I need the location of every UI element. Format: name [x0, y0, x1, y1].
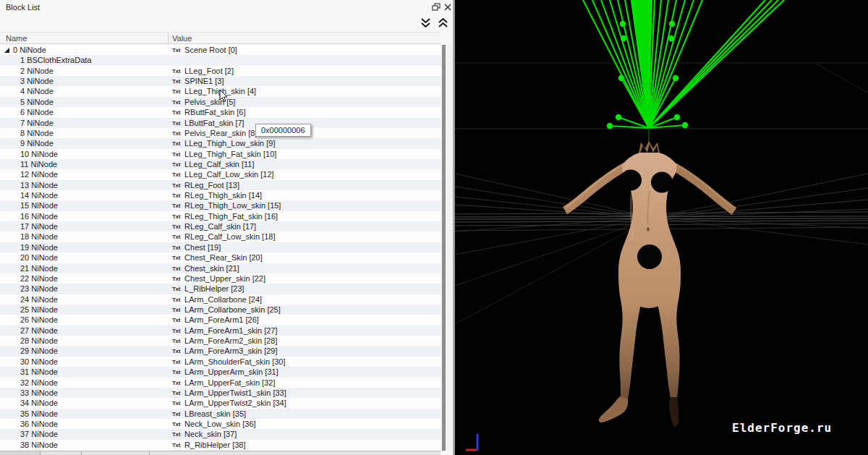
txt-type-icon: Txt — [172, 328, 180, 334]
table-row[interactable]: 15 NiNodeTxtRLeg_Thigh_Low_skin [15] — [0, 200, 441, 211]
block-name: 35 NiNode — [20, 409, 58, 419]
nifskope-window: Block List Name Value 0 NiNodeTxtScene R… — [0, 0, 868, 455]
block-value: TxtLArm_ShoulderFat_skin [30] — [172, 357, 286, 367]
table-row[interactable]: 6 NiNodeTxtRButtFat_skin [6] — [0, 107, 441, 117]
table-row[interactable]: 33 NiNodeTxtLArm_UpperTwist1_skin [33] — [0, 388, 441, 398]
collapse-all-icon[interactable] — [420, 17, 431, 28]
table-row[interactable]: 34 NiNodeTxtLArm_UpperTwist2_skin [34] — [0, 398, 441, 408]
block-name: 1 BSClothExtraData — [20, 55, 91, 65]
table-row[interactable]: 25 NiNodeTxtLArm_Collarbone_skin [25] — [0, 305, 441, 315]
float-panel-icon[interactable] — [431, 3, 441, 12]
block-value: TxtLLeg_Foot [2] — [172, 66, 234, 77]
block-name: 34 NiNode — [20, 398, 58, 408]
table-row[interactable]: 38 NiNodeTxtR_RibHelper [38] — [0, 440, 441, 450]
table-row[interactable]: 11 NiNodeTxtLLeg_Calf_skin [11] — [0, 159, 441, 169]
table-row[interactable]: 9 NiNodeTxtLLeg_Thigh_Low_skin [9] — [0, 138, 441, 148]
close-icon[interactable] — [443, 3, 453, 12]
block-value: TxtChest_Upper_skin [22] — [172, 273, 265, 284]
block-name: 10 NiNode — [20, 149, 58, 159]
txt-type-icon: Txt — [172, 286, 180, 292]
table-row[interactable]: 21 NiNodeTxtChest_skin [21] — [0, 263, 441, 273]
block-name: 19 NiNode — [20, 242, 58, 252]
table-row[interactable]: 36 NiNodeTxtNeck_Low_skin [36] — [0, 419, 441, 429]
table-row[interactable]: 18 NiNodeTxtRLeg_Calf_Low_skin [18] — [0, 231, 441, 242]
lower-panel-header — [0, 451, 441, 455]
block-name: 23 NiNode — [20, 284, 58, 294]
column-header-value[interactable]: Value — [172, 34, 192, 43]
table-row[interactable]: 3 NiNodeTxtSPINE1 [3] — [0, 76, 441, 86]
block-value: TxtLArm_UpperArm_skin [31] — [172, 367, 278, 378]
block-list-rows: 0 NiNodeTxtScene Root [0]1 BSClothExtraD… — [0, 45, 441, 451]
table-row[interactable]: 19 NiNodeTxtChest [19] — [0, 242, 441, 252]
block-value: TxtRLeg_Thigh_Fat_skin [16] — [172, 211, 278, 222]
block-value: TxtLLeg_Calf_skin [11] — [172, 159, 255, 170]
expand-arrow-icon[interactable] — [4, 48, 9, 53]
block-name: 37 NiNode — [20, 429, 58, 439]
txt-type-icon: Txt — [172, 431, 180, 438]
table-row[interactable]: 20 NiNodeTxtChest_Rear_Skin [20] — [0, 252, 441, 263]
table-row[interactable]: 8 NiNodeTxtPelvis_Rear_skin [8] — [0, 128, 441, 138]
table-row[interactable]: 10 NiNodeTxtLLeg_Thigh_Fat_skin [10] — [0, 149, 441, 159]
block-name: 24 NiNode — [20, 294, 58, 305]
pelvis-hole — [637, 244, 662, 269]
table-row[interactable]: 17 NiNodeTxtRLeg_Calf_skin [17] — [0, 221, 441, 231]
block-name: 5 NiNode — [20, 97, 54, 107]
table-row[interactable]: 16 NiNodeTxtRLeg_Thigh_Fat_skin [16] — [0, 211, 441, 221]
expand-all-icon[interactable] — [438, 17, 448, 28]
txt-type-icon: Txt — [172, 421, 180, 428]
block-value: TxtChest_Rear_Skin [20] — [172, 252, 263, 263]
txt-type-icon: Txt — [172, 109, 180, 116]
table-row[interactable]: 31 NiNodeTxtLArm_UpperArm_skin [31] — [0, 367, 441, 377]
txt-type-icon: Txt — [172, 140, 180, 147]
block-name: 33 NiNode — [20, 388, 58, 398]
txt-type-icon: Txt — [172, 390, 180, 396]
table-row[interactable]: 14 NiNodeTxtRLeg_Thigh_skin [14] — [0, 190, 441, 200]
scrollbar[interactable] — [441, 45, 453, 451]
txt-type-icon: Txt — [172, 224, 180, 230]
render-viewport[interactable] — [455, 0, 868, 455]
block-name: 30 NiNode — [20, 357, 58, 367]
block-name: 12 NiNode — [20, 169, 58, 179]
table-row[interactable]: 27 NiNodeTxtLArm_ForeArm1_skin [27] — [0, 326, 441, 336]
block-name: 27 NiNode — [20, 326, 58, 336]
txt-type-icon: Txt — [172, 380, 180, 386]
table-row[interactable]: 0 NiNodeTxtScene Root [0] — [0, 45, 441, 55]
block-name: 0 NiNode — [13, 45, 46, 55]
block-name: 38 NiNode — [20, 440, 58, 450]
table-row[interactable]: 28 NiNodeTxtLArm_ForeArm2_skin [28] — [0, 336, 441, 346]
table-row[interactable]: 35 NiNodeTxtLBreast_skin [35] — [0, 409, 441, 419]
table-row[interactable]: 7 NiNodeTxtLButtFat_skin [7] — [0, 118, 441, 128]
block-value: TxtLLeg_Thigh_Fat_skin [10] — [172, 149, 276, 160]
table-row[interactable]: 22 NiNodeTxtChest_Upper_skin [22] — [0, 273, 441, 284]
block-name: 15 NiNode — [20, 200, 58, 211]
render-canvas[interactable] — [455, 0, 868, 455]
txt-type-icon: Txt — [172, 244, 180, 251]
table-row[interactable]: 2 NiNodeTxtLLeg_Foot [2] — [0, 66, 441, 76]
txt-type-icon: Txt — [172, 88, 180, 95]
column-header-name[interactable]: Name — [6, 34, 27, 43]
table-row[interactable]: 30 NiNodeTxtLArm_ShoulderFat_skin [30] — [0, 357, 441, 367]
table-row[interactable]: 12 NiNodeTxtLLeg_Calf_Low_skin [12] — [0, 169, 441, 179]
txt-type-icon: Txt — [172, 47, 180, 54]
txt-type-icon: Txt — [172, 120, 180, 127]
block-value: TxtRLeg_Thigh_skin [14] — [172, 190, 262, 201]
table-row[interactable]: 29 NiNodeTxtLArm_ForeArm3_skin [29] — [0, 346, 441, 356]
block-value: TxtChest [19] — [172, 242, 221, 253]
table-row[interactable]: 1 BSClothExtraData — [0, 55, 441, 65]
table-row[interactable]: 23 NiNodeTxtL_RibHelper [23] — [0, 284, 441, 294]
table-row[interactable]: 32 NiNodeTxtLArm_UpperFat_skin [32] — [0, 378, 441, 388]
block-value: TxtRLeg_Calf_skin [17] — [172, 221, 256, 232]
txt-type-icon: Txt — [172, 182, 180, 189]
block-name: 28 NiNode — [20, 336, 58, 346]
column-divider[interactable] — [168, 33, 169, 43]
scrollbar-thumb[interactable] — [442, 45, 446, 451]
block-value: TxtLLeg_Calf_Low_skin [12] — [172, 169, 274, 180]
table-row[interactable]: 37 NiNodeTxtNeck_skin [37] — [0, 429, 441, 439]
block-value: TxtNeck_skin [37] — [172, 429, 237, 440]
txt-type-icon: Txt — [172, 276, 180, 282]
table-row[interactable]: 13 NiNodeTxtRLeg_Foot [13] — [0, 180, 441, 190]
txt-type-icon: Txt — [172, 338, 180, 344]
table-row[interactable]: 26 NiNodeTxtLArm_ForeArm1 [26] — [0, 315, 441, 325]
table-row[interactable]: 24 NiNodeTxtLArm_Collarbone [24] — [0, 294, 441, 305]
block-value: TxtLArm_UpperTwist2_skin [34] — [172, 398, 286, 409]
